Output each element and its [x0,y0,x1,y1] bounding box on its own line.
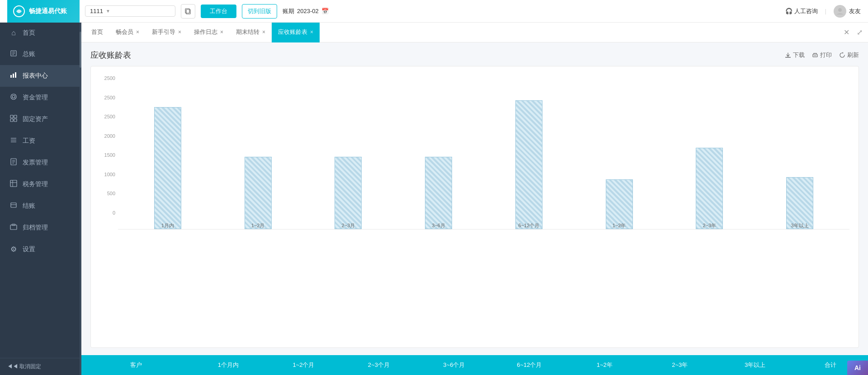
header-right: 🎧 人工咨询 | 友友 [785,5,861,18]
home-icon: ⌂ [9,29,18,37]
tab-aging-close[interactable]: × [310,29,313,35]
tab-guide-close[interactable]: × [178,29,181,35]
sidebar-item-reports[interactable]: 报表中心 [0,65,81,87]
headphone-icon: 🎧 [785,8,793,14]
y-label-1500: 1500 [100,152,118,158]
chart-container: 2500 2500 2500 2000 1500 1000 500 0 [90,66,859,348]
sidebar-item-home[interactable]: ⌂ 首页 [0,23,81,43]
sidebar-label-salary: 工资 [23,137,35,145]
bar-3plus-year [786,177,813,229]
sidebar-item-archive[interactable]: 归档管理 [0,217,81,239]
sidebar-item-invoice[interactable]: 发票管理 [0,152,81,173]
funds-icon [9,93,18,102]
ledger-icon [9,50,18,59]
tabs-right-actions: ✕ ⤢ [842,26,864,38]
sidebar-label-settle: 结账 [23,202,35,210]
cancel-fixed-button[interactable]: ◀◀ 取消固定 [0,358,81,375]
sidebar-item-assets[interactable]: 固定资产 [0,108,81,130]
print-icon [812,52,818,58]
workbench-button[interactable]: 工作台 [201,5,236,18]
page-content: 应收账龄表 下载 [81,42,868,355]
y-label-2000: 2000 [100,133,118,139]
sidebar-label-funds: 资金管理 [23,94,48,102]
bar-1month [154,107,181,229]
svg-point-11 [11,94,16,99]
sidebar-label-tax: 税务管理 [23,180,48,188]
bar-group-3-6 [425,157,452,229]
grid-line-bottom [118,229,849,230]
svg-rect-15 [10,119,13,122]
sidebar-item-salary[interactable]: 工资 [0,130,81,152]
switch-version-button[interactable]: 切到旧版 [242,4,277,19]
sidebar-label-ledger: 总账 [23,50,35,58]
tab-period-end[interactable]: 期末结转 × [230,23,272,42]
x-label-6-12m: 6~12个月 [515,222,542,229]
close-all-tabs-button[interactable]: ✕ [842,26,851,38]
tab-oplog-close[interactable]: × [220,29,223,35]
col-1-2year: 1~2年 [567,361,642,369]
calendar-icon[interactable]: 📅 [321,8,329,14]
y-label-2500b: 2500 [100,95,118,100]
sidebar-item-funds[interactable]: 资金管理 [0,87,81,108]
expand-button[interactable]: ⤢ [855,26,864,38]
tab-bar: 首页 畅会员 × 新手引导 × 操作日志 × 期末结转 × 应收账龄表 × [81,23,868,42]
sidebar: ⌂ 首页 总账 报表中心 资金管理 固定资产 [0,23,81,375]
bar-1-2year [606,179,633,229]
tab-guide[interactable]: 新手引导 × [146,23,188,42]
x-label-1m: 1月内 [154,222,181,229]
print-button[interactable]: 打印 [812,51,832,59]
invoice-icon [9,158,18,167]
tab-home[interactable]: 首页 [85,23,109,42]
sidebar-item-tax[interactable]: 税务管理 [0,173,81,195]
salary-icon [9,136,18,145]
y-label-0: 0 [100,210,118,216]
col-1-2month: 1~2个月 [266,361,341,369]
settings-icon: ⚙ [9,245,18,253]
company-selector[interactable]: 1111 ▼ [85,5,175,17]
print-label: 打印 [820,51,832,59]
copy-button[interactable] [181,4,195,19]
tab-member-close[interactable]: × [136,29,139,35]
tab-period-end-close[interactable]: × [262,29,265,35]
svg-rect-9 [13,74,14,78]
svg-rect-31 [814,56,816,56]
tab-aging[interactable]: 应收账龄表 × [272,23,320,42]
chevron-down-icon: ▼ [106,9,110,14]
svg-point-3 [838,8,842,12]
col-2-3year: 2~3年 [642,361,717,369]
svg-rect-8 [10,75,12,78]
download-button[interactable]: 下载 [785,51,805,59]
col-1month: 1个月内 [191,361,266,369]
y-label-500: 500 [100,191,118,196]
bar-group-1month [154,107,181,229]
consult-button[interactable]: 🎧 人工咨询 [785,7,818,15]
x-label-3plus: 3年以上 [786,222,813,229]
ai-badge[interactable]: Ai [847,361,868,375]
y-label-1000: 1000 [100,172,118,177]
header-divider: | [825,8,826,14]
bar-group-1-2 [245,157,272,229]
refresh-button[interactable]: 刷新 [839,51,859,59]
svg-point-12 [12,95,15,98]
tab-member-label: 畅会员 [116,28,133,36]
svg-rect-10 [15,72,16,78]
tab-oplog-label: 操作日志 [194,28,217,36]
tab-oplog[interactable]: 操作日志 × [188,23,230,42]
x-label-2-3m: 2~3月 [335,222,362,229]
assets-icon [9,115,18,124]
svg-rect-29 [785,57,791,58]
period-display: 账期 2023-02 📅 [283,7,329,15]
ai-label: Ai [854,364,861,371]
sidebar-item-ledger[interactable]: 总账 [0,43,81,65]
tax-icon [9,180,18,189]
sidebar-label-assets: 固定资产 [23,115,48,123]
sidebar-label-home: 首页 [23,29,35,37]
download-icon [785,52,791,58]
col-3-6month: 3~6个月 [416,361,491,369]
tab-member[interactable]: 畅会员 × [109,23,146,42]
sidebar-item-settle[interactable]: 结账 [0,195,81,217]
bar-group-2-3y [696,148,723,229]
user-menu[interactable]: 友友 [834,5,861,18]
sidebar-item-settings[interactable]: ⚙ 设置 [0,239,81,260]
bar-chart: 2500 2500 2500 2000 1500 1000 500 0 [100,75,849,229]
